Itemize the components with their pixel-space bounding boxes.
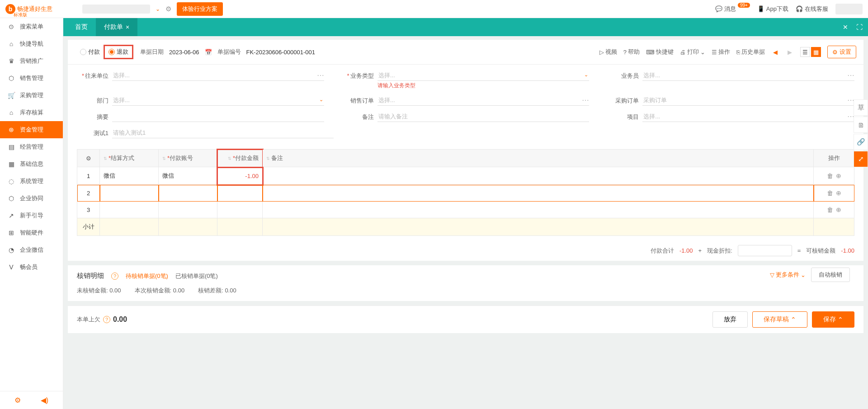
tab-payment[interactable]: 付款单 × <box>96 18 137 36</box>
th-gear[interactable]: ⚙ <box>77 150 100 167</box>
messages-link[interactable]: 💬 消息 99+ <box>715 5 750 13</box>
sidebar-item-enterprise[interactable]: ⬡企业协同 <box>0 190 63 207</box>
online-service-link[interactable]: 🎧 在线客服 <box>796 5 828 13</box>
cell-amount[interactable]: -1.00 <box>217 167 263 185</box>
lookup-icon[interactable]: ⋯ <box>847 112 854 121</box>
dept-input[interactable] <box>112 95 324 106</box>
project-input[interactable] <box>642 111 854 122</box>
delete-icon[interactable]: 🗑 <box>827 172 833 179</box>
sidebar-item-marketing[interactable]: ♛营销推广 <box>0 52 63 70</box>
app-download-link[interactable]: 📱 App下载 <box>757 5 788 13</box>
th-settle[interactable]: ⇅*结算方式 <box>100 150 159 167</box>
view-list-icon[interactable]: ☰ <box>800 47 810 57</box>
tool-expand-icon[interactable]: ⤢ <box>854 151 868 167</box>
tab-fullscreen-icon[interactable]: ⛶ <box>854 22 864 33</box>
calendar-icon[interactable]: 📅 <box>205 49 212 56</box>
salesperson-input[interactable] <box>642 70 854 81</box>
info-icon[interactable]: ? <box>111 273 118 280</box>
tool-attach-icon[interactable]: 🔗 <box>854 134 868 150</box>
gear-icon[interactable]: ⚙ <box>165 5 171 13</box>
cell-remark[interactable] <box>263 167 814 185</box>
chevron-down-icon[interactable]: ⌄ <box>156 6 160 12</box>
tab-done[interactable]: 已核销单据(0笔) <box>175 272 218 280</box>
remark-input[interactable] <box>377 111 590 122</box>
video-link[interactable]: ▷视频 <box>599 48 617 56</box>
chevron-down-icon[interactable]: ⌄ <box>319 97 323 103</box>
user-avatar[interactable] <box>835 4 863 14</box>
unit-input[interactable] <box>112 70 324 81</box>
settings-icon[interactable]: ⚙ <box>14 396 21 404</box>
sidebar-item-purchase[interactable]: 🛒采购管理 <box>0 87 63 104</box>
table-row[interactable]: 1 微信 微信 -1.00 🗑⊕ <box>77 167 854 185</box>
org-selector[interactable] <box>82 5 150 14</box>
cell-amount[interactable] <box>217 185 263 202</box>
delete-icon[interactable]: 🗑 <box>827 206 833 213</box>
salesorder-input[interactable] <box>377 95 590 106</box>
settings-button[interactable]: ⚙设置 <box>827 46 856 58</box>
cell-settle[interactable]: 微信 <box>100 167 159 185</box>
tool-doc-icon[interactable]: 🗎 <box>854 117 868 133</box>
cell-account[interactable]: 微信 <box>159 167 217 185</box>
tool-draft-icon[interactable]: 草 <box>854 99 868 116</box>
view-card-icon[interactable]: ▦ <box>811 47 821 57</box>
sidebar-item-inventory[interactable]: ⌂库存核算 <box>0 104 63 121</box>
sidebar-item-business[interactable]: ▤经营管理 <box>0 138 63 155</box>
summary-input[interactable] <box>112 111 324 122</box>
tab-home[interactable]: 首页 <box>67 18 96 36</box>
next-doc-icon[interactable]: ▶ <box>786 49 794 56</box>
sidebar-item-basic[interactable]: ▦基础信息 <box>0 155 63 173</box>
close-icon[interactable]: × <box>126 24 129 31</box>
shortcut-link[interactable]: ⌨快捷键 <box>646 48 674 56</box>
tab-close-all-icon[interactable]: ✕ <box>841 22 850 33</box>
delete-icon[interactable]: 🗑 <box>827 189 833 197</box>
more-conditions-link[interactable]: ▽更多条件⌄ <box>770 271 806 279</box>
test1-input[interactable] <box>112 127 334 138</box>
add-icon[interactable]: ⊕ <box>836 189 841 197</box>
radio-refund[interactable]: 退款 <box>104 45 133 59</box>
lookup-icon[interactable]: ⋯ <box>847 71 854 80</box>
cell-account[interactable] <box>159 185 217 202</box>
info-icon[interactable]: ? <box>103 316 110 323</box>
lookup-icon[interactable]: ⋯ <box>582 96 588 104</box>
table-row[interactable]: 2 🗑⊕ <box>77 185 854 202</box>
trial-button[interactable]: 体验行业方案 <box>177 2 223 16</box>
table-row[interactable]: 3 🗑⊕ <box>77 202 854 218</box>
cash-discount-input[interactable] <box>738 245 792 256</box>
add-icon[interactable]: ⊕ <box>836 172 841 179</box>
lookup-icon[interactable]: ⋯ <box>317 71 323 80</box>
history-link[interactable]: ⎘历史单据 <box>736 48 765 56</box>
help-link[interactable]: ?帮助 <box>623 48 640 56</box>
cell-settle[interactable] <box>100 202 159 218</box>
biztype-input[interactable] <box>377 70 590 81</box>
cell-amount[interactable] <box>217 202 263 218</box>
cell-settle[interactable] <box>100 185 159 202</box>
collapse-icon[interactable]: ◀) <box>41 396 48 404</box>
sidebar-item-member[interactable]: V畅会员 <box>0 259 63 276</box>
th-account[interactable]: ⇅*付款账号 <box>159 150 217 167</box>
lookup-icon[interactable]: ⋯ <box>847 96 854 104</box>
print-link[interactable]: 🖨打印⌄ <box>680 48 705 56</box>
sidebar-item-wechat[interactable]: ◔企业微信 <box>0 241 63 259</box>
chevron-down-icon[interactable]: ⌄ <box>584 72 588 78</box>
sidebar-item-hardware[interactable]: ⊞智能硬件 <box>0 224 63 241</box>
sidebar-item-quicknav[interactable]: ⌂快捷导航 <box>0 35 63 52</box>
date-value[interactable]: 2023-06-06 <box>169 49 199 56</box>
cell-account[interactable] <box>159 202 217 218</box>
save-button[interactable]: 保存⌃ <box>812 311 854 328</box>
sidebar-item-system[interactable]: ◌系统管理 <box>0 173 63 190</box>
radio-pay[interactable]: 付款 <box>76 45 104 59</box>
cell-remark[interactable] <box>263 185 814 202</box>
sidebar-item-sales[interactable]: ⬡销售管理 <box>0 70 63 87</box>
sidebar-item-guide[interactable]: ↗新手引导 <box>0 207 63 224</box>
prev-doc-icon[interactable]: ◀ <box>771 49 779 56</box>
add-icon[interactable]: ⊕ <box>836 206 841 213</box>
tab-pending[interactable]: 待核销单据(0笔) <box>126 272 168 280</box>
th-amount[interactable]: ⇅*付款金额 <box>217 150 263 167</box>
cell-remark[interactable] <box>263 202 814 218</box>
operate-link[interactable]: ☰操作 <box>712 48 730 56</box>
purchaseorder-input[interactable] <box>642 95 854 106</box>
sidebar-item-search[interactable]: ⊙搜索菜单 <box>0 18 63 35</box>
save-draft-button[interactable]: 保存草稿⌃ <box>752 311 807 328</box>
sidebar-item-funds[interactable]: ⊛资金管理 <box>0 121 63 138</box>
discard-button[interactable]: 放弃 <box>712 311 748 328</box>
